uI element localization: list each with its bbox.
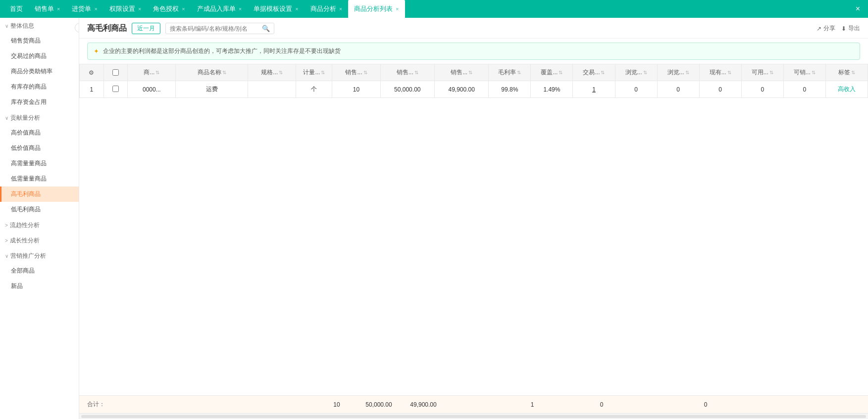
footer-cell-11: 1 [515,401,550,408]
sort-icon-13[interactable]: ⇅ [685,70,689,75]
window-close-button[interactable]: × [852,4,864,13]
nav-close-单据模板设置[interactable]: × [295,6,298,12]
nav-close-产成品入库单[interactable]: × [239,6,242,12]
share-icon: ↗ [817,25,821,32]
th-10[interactable]: 覆盖... ⇅ [531,64,573,81]
export-button[interactable]: ⬇ 导出 [841,24,860,33]
sidebar-item-库存资金占用[interactable]: 库存资金占用 [0,94,79,110]
sort-icon-5[interactable]: ⇅ [321,70,325,75]
table-footer: 合计： 1050,000.0049,900.00100 [79,395,868,413]
sidebar-item-低需量量商品[interactable]: 低需量量商品 [0,171,79,186]
sidebar-item-低毛利商品[interactable]: 低毛利商品 [0,202,79,217]
link-transaction[interactable]: 1 [592,86,596,93]
collapse-icon: 《 [77,24,79,31]
th-3[interactable]: 商品名称 ⇅ [176,64,248,81]
nav-item-进货单[interactable]: 进货单× [66,0,103,18]
nav-item-首页[interactable]: 首页 [4,0,29,18]
td-tag: 高收入 [825,81,868,98]
search-input[interactable] [170,25,260,32]
nav-close-进货单[interactable]: × [94,6,97,12]
sidebar-item-交易过的商品[interactable]: 交易过的商品 [0,48,79,64]
nav-close-销售单[interactable]: × [57,6,60,12]
sidebar-item-高需量量商品[interactable]: 高需量量商品 [0,156,79,171]
th-2[interactable]: 商... ⇅ [128,64,176,81]
th-label-13: 浏览... [667,68,684,77]
sidebar-group-title-0[interactable]: ∨整体信息 [0,18,79,33]
sidebar-group-title-4[interactable]: ∨营销推广分析 [0,248,79,263]
th-7[interactable]: 销售... ⇅ [380,64,434,81]
nav-item-销售单[interactable]: 销售单× [29,0,66,18]
th-14[interactable]: 现有... ⇅ [699,64,741,81]
search-box: 🔍 [165,23,274,34]
nav-close-权限设置[interactable]: × [138,6,141,12]
export-icon: ⬇ [841,25,846,32]
search-icon[interactable]: 🔍 [262,25,270,32]
th-9[interactable]: 毛利率 ⇅ [489,64,531,81]
th-12[interactable]: 浏览... ⇅ [615,64,657,81]
nav-item-单据模板设置[interactable]: 单据模板设置× [248,0,304,18]
nav-item-商品分析[interactable]: 商品分析× [305,0,348,18]
table-wrapper[interactable]: ⚙商... ⇅商品名称 ⇅规格... ⇅计量... ⇅销售... ⇅销售... … [79,64,868,395]
sort-icon-8[interactable]: ⇅ [468,70,472,75]
sidebar-item-销售货商品[interactable]: 销售货商品 [0,33,79,48]
td-sales2: 50,000.00 [380,81,434,98]
th-label-14: 现有... [710,68,726,77]
sidebar-item-高价值商品[interactable]: 高价值商品 [0,125,79,140]
sidebar-item-低价值商品[interactable]: 低价值商品 [0,140,79,156]
sidebar-group-arrow-3: > [5,238,8,243]
sort-icon-10[interactable]: ⇅ [559,70,562,75]
footer-cell-15 [654,401,688,408]
sort-icon-7[interactable]: ⇅ [414,70,418,75]
sidebar-item-全部商品[interactable]: 全部商品 [0,263,79,279]
sidebar-item-商品分类助销率[interactable]: 商品分类助销率 [0,64,79,79]
td-sales3: 49,900.00 [434,81,488,98]
sort-icon-12[interactable]: ⇅ [643,70,647,75]
sort-icon-17[interactable]: ⇅ [851,70,855,75]
nav-close-商品分析列表[interactable]: × [396,6,399,12]
sidebar-group-label-3: 成长性分析 [10,236,40,245]
th-16[interactable]: 可销... ⇅ [783,64,825,81]
select-all-checkbox[interactable] [112,69,119,76]
settings-icon[interactable]: ⚙ [89,69,94,76]
scrollbar-thumb[interactable] [81,415,866,418]
th-6[interactable]: 销售... ⇅ [332,64,380,81]
sort-icon-16[interactable]: ⇅ [812,70,816,75]
share-button[interactable]: ↗ 分享 [817,24,835,33]
sort-icon-11[interactable]: ⇅ [601,70,605,75]
sidebar: 《 ∨整体信息销售货商品交易过的商品商品分类助销率有库存的商品库存资金占用∨贡献… [0,18,79,419]
nav-item-权限设置[interactable]: 权限设置× [103,0,147,18]
sort-icon-6[interactable]: ⇅ [363,70,367,75]
sidebar-item-有库存的商品[interactable]: 有库存的商品 [0,79,79,94]
th-15[interactable]: 可用... ⇅ [741,64,783,81]
sidebar-group-title-1[interactable]: ∨贡献量分析 [0,110,79,125]
sort-icon-2[interactable]: ⇅ [155,70,159,75]
th-4[interactable]: 规格... ⇅ [248,64,296,81]
sidebar-group-title-2[interactable]: >流趋性分析 [0,217,79,233]
sort-icon-9[interactable]: ⇅ [517,70,521,75]
bottom-scrollbar[interactable] [79,413,868,419]
sidebar-item-新品[interactable]: 新品 [0,279,79,294]
nav-close-商品分析[interactable]: × [339,6,342,12]
th-5[interactable]: 计量... ⇅ [296,64,332,81]
sort-icon-14[interactable]: ⇅ [727,70,731,75]
sort-icon-3[interactable]: ⇅ [222,70,226,75]
nav-item-角色授权[interactable]: 角色授权× [147,0,191,18]
nav-item-商品分析列表[interactable]: 商品分析列表× [348,0,405,18]
page-title: 高毛利商品 [87,23,127,34]
sort-icon-4[interactable]: ⇅ [279,70,283,75]
th-13[interactable]: 浏览... ⇅ [657,64,699,81]
nav-close-角色授权[interactable]: × [182,6,185,12]
sort-icon-15[interactable]: ⇅ [769,70,773,75]
time-filter-button[interactable]: 近一月 [132,23,160,34]
table-row: 10000...运费个1050,000.0049,900.0099.8%1.49… [80,81,868,98]
footer-cell-6: 10 [317,401,357,408]
row-checkbox[interactable] [112,86,119,92]
nav-item-产成品入库单[interactable]: 产成品入库单× [191,0,248,18]
th-label-6: 销售... [345,68,362,77]
sidebar-group-title-3[interactable]: >成长性分析 [0,233,79,248]
sidebar-item-高毛利商品[interactable]: 高毛利商品 [0,186,79,202]
th-0: ⚙ [80,64,104,81]
th-11[interactable]: 交易... ⇅ [573,64,615,81]
th-8[interactable]: 销售... ⇅ [434,64,488,81]
th-17[interactable]: 标签 ⇅ [825,64,868,81]
